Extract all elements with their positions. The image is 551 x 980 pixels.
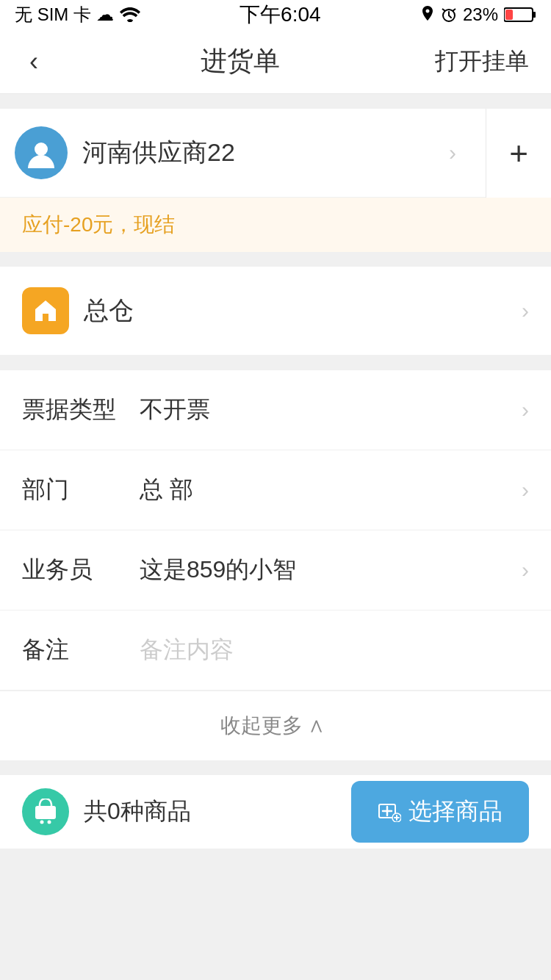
supplier-row[interactable]: 河南供应商22 › bbox=[0, 109, 486, 198]
nav-bar: ‹ 进货单 打开挂单 bbox=[0, 29, 551, 94]
status-time: 下午6:04 bbox=[240, 1, 321, 29]
svg-point-6 bbox=[40, 821, 44, 824]
svg-rect-5 bbox=[35, 806, 56, 819]
add-supplier-button[interactable]: + bbox=[486, 109, 551, 198]
salesman-chevron-icon: › bbox=[522, 558, 529, 583]
house-icon bbox=[32, 298, 59, 324]
select-product-label: 选择商品 bbox=[408, 796, 503, 828]
department-value: 总 部 bbox=[140, 474, 522, 506]
section-gap-1 bbox=[0, 94, 551, 109]
collapse-text: 收起更多 ∧ bbox=[220, 712, 325, 740]
select-product-icon bbox=[378, 801, 401, 822]
product-icon bbox=[22, 788, 69, 835]
alarm-icon bbox=[441, 6, 457, 24]
action-bar: 共0种商品 选择商品 bbox=[0, 775, 551, 849]
svg-rect-3 bbox=[505, 10, 513, 20]
user-icon bbox=[26, 137, 57, 168]
remark-row[interactable]: 备注 备注内容 bbox=[0, 610, 551, 690]
invoice-value: 不开票 bbox=[140, 394, 522, 426]
page-background bbox=[0, 849, 551, 980]
invoice-label: 票据类型 bbox=[22, 394, 140, 426]
svg-point-7 bbox=[48, 821, 51, 824]
product-count: 共0种商品 bbox=[84, 796, 351, 828]
back-button[interactable]: ‹ bbox=[22, 39, 46, 84]
sim-text: 无 SIM 卡 ☁ bbox=[15, 3, 114, 26]
department-chevron-icon: › bbox=[522, 478, 529, 502]
cart-icon bbox=[32, 799, 59, 825]
remark-label: 备注 bbox=[22, 634, 140, 666]
warehouse-icon bbox=[22, 287, 69, 334]
supplier-chevron-icon: › bbox=[449, 140, 456, 165]
remark-input[interactable]: 备注内容 bbox=[140, 634, 529, 666]
svg-point-4 bbox=[35, 143, 48, 156]
battery-icon bbox=[504, 7, 536, 23]
warehouse-chevron-icon: › bbox=[522, 298, 529, 323]
form-section: 票据类型 不开票 › 部门 总 部 › 业务员 这是859的小智 › 备注 备注… bbox=[0, 370, 551, 690]
wifi-icon bbox=[120, 7, 140, 22]
location-icon bbox=[420, 6, 435, 24]
battery-text: 23% bbox=[463, 4, 498, 25]
department-label: 部门 bbox=[22, 474, 140, 506]
invoice-chevron-icon: › bbox=[522, 397, 529, 422]
page-title: 进货单 bbox=[201, 43, 280, 79]
warehouse-name: 总仓 bbox=[84, 294, 522, 328]
status-bar: 无 SIM 卡 ☁ 下午6:04 23% bbox=[0, 0, 551, 29]
supplier-avatar bbox=[15, 126, 68, 179]
salesman-label: 业务员 bbox=[22, 554, 140, 586]
warehouse-section[interactable]: 总仓 › bbox=[0, 267, 551, 356]
salesman-value: 这是859的小智 bbox=[140, 554, 522, 586]
invoice-row[interactable]: 票据类型 不开票 › bbox=[0, 370, 551, 450]
department-row[interactable]: 部门 总 部 › bbox=[0, 450, 551, 530]
supplier-section: 河南供应商22 › + bbox=[0, 109, 551, 198]
collapse-section[interactable]: 收起更多 ∧ bbox=[0, 691, 551, 760]
open-pending-button[interactable]: 打开挂单 bbox=[435, 46, 529, 78]
status-right: 23% bbox=[420, 4, 536, 25]
supplier-name: 河南供应商22 bbox=[82, 136, 449, 170]
status-left: 无 SIM 卡 ☁ bbox=[15, 3, 140, 26]
select-product-button[interactable]: 选择商品 bbox=[351, 781, 529, 843]
notice-bar: 应付-20元，现结 bbox=[0, 198, 551, 252]
salesman-row[interactable]: 业务员 这是859的小智 › bbox=[0, 530, 551, 610]
svg-rect-2 bbox=[533, 12, 536, 18]
